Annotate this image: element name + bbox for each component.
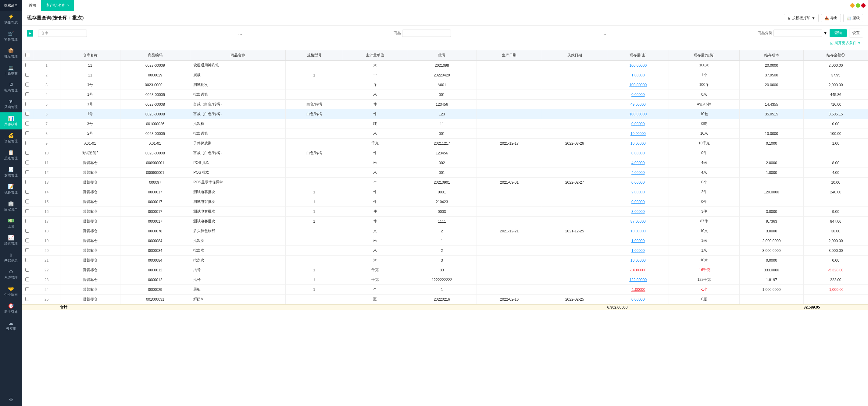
row-checkbox[interactable]	[25, 170, 29, 174]
row-checkbox[interactable]	[25, 82, 29, 87]
row-stock-main[interactable]: 100.00000	[607, 80, 669, 90]
sidebar-item-发票管理[interactable]: 🧾 发票管理	[0, 164, 22, 181]
row-checkbox[interactable]	[25, 238, 29, 242]
sidebar-toggle-button[interactable]: ▶	[27, 30, 33, 37]
window-maximize-button[interactable]	[856, 3, 860, 8]
product-input[interactable]	[402, 30, 451, 37]
sidebar-item-总账管理[interactable]: 📋 总账管理	[0, 146, 22, 164]
row-stock-main[interactable]: 0.00000	[607, 295, 669, 305]
row-checkbox[interactable]	[25, 151, 29, 155]
row-name: 批号	[190, 265, 286, 275]
filter-settings-button[interactable]: 设置	[849, 29, 863, 37]
row-checkbox[interactable]	[25, 92, 29, 96]
tab-home[interactable]: 首页	[24, 0, 41, 11]
row-stock-main[interactable]: 4.00000	[607, 158, 669, 168]
row-stock-main[interactable]: 4.00000	[607, 168, 669, 177]
sidebar-item-快捷导航[interactable]: ⚡ 快捷导航	[0, 11, 22, 28]
sidebar-logo[interactable]: 搜索菜单	[0, 0, 22, 11]
sidebar-item-基础信息[interactable]: ℹ 基础信息	[0, 249, 22, 266]
row-checkbox[interactable]	[25, 200, 29, 203]
row-stock-main[interactable]: 122.00000	[607, 275, 669, 285]
sidebar-item-批发管理[interactable]: 📦 批发管理	[0, 45, 22, 62]
row-code: 0023-00005	[120, 90, 190, 100]
row-stock-main[interactable]: 0.00000	[607, 177, 669, 187]
row-checkbox[interactable]	[25, 287, 29, 291]
row-stock-main[interactable]: -1.00000	[607, 285, 669, 295]
sidebar-item-云应用[interactable]: ☁ 云应用	[0, 317, 22, 334]
sidebar-settings-button[interactable]: ⚙	[0, 393, 22, 406]
sidebar-item-工资[interactable]: 💵 工资	[0, 215, 22, 232]
sidebar-item-电商管理[interactable]: 🖥 电商管理	[0, 79, 22, 96]
tab-close-button[interactable]: ✕	[67, 4, 69, 7]
row-stock-main[interactable]: 1.00000	[607, 70, 669, 80]
tab-inventory-batch[interactable]: 库存批次查 ✕	[41, 0, 74, 11]
row-stock-main[interactable]: 1.00000	[607, 236, 669, 246]
category-input[interactable]	[774, 30, 822, 37]
row-unit: 件	[343, 216, 407, 226]
row-stock-main[interactable]: 10.00000	[607, 139, 669, 148]
row-checkbox-cell	[22, 275, 33, 285]
row-checkbox[interactable]	[25, 268, 29, 272]
row-checkbox[interactable]	[25, 73, 29, 77]
row-stock-main[interactable]: 3.00000	[607, 207, 669, 216]
sidebar-item-采购管理[interactable]: 🛍 采购管理	[0, 96, 22, 112]
row-stock-main[interactable]: 0.00000	[607, 197, 669, 207]
search-button[interactable]: 查询	[830, 29, 847, 37]
row-name: 批次次	[190, 256, 286, 265]
sidebar-item-零售管理[interactable]: 🛒 零售管理	[0, 28, 22, 45]
sidebar-item-系统管理[interactable]: ⚙ 系统管理	[0, 266, 22, 283]
row-checkbox[interactable]	[25, 161, 29, 165]
row-checkbox[interactable]	[25, 180, 29, 184]
row-code: 0000084	[120, 236, 190, 246]
row-checkbox[interactable]	[25, 297, 29, 301]
row-stock-main[interactable]: 100.00000	[607, 109, 669, 119]
print-button[interactable]: 🖨 按模板打印 ▼	[784, 14, 818, 22]
export-button[interactable]: 📤 导出	[821, 14, 841, 22]
row-checkbox[interactable]	[25, 219, 29, 223]
row-stock-main[interactable]: 49.60000	[607, 100, 669, 109]
row-stock-main[interactable]: 100.00000	[607, 61, 669, 70]
sidebar-item-库存核算[interactable]: 📊 库存核算	[0, 112, 22, 130]
row-prod-date	[476, 90, 542, 100]
sidebar-item-label: 新手引导	[4, 310, 18, 313]
row-checkbox[interactable]	[25, 102, 29, 106]
row-checkbox[interactable]	[25, 63, 29, 67]
row-checkbox[interactable]	[25, 141, 29, 145]
sidebar-item-新手引导[interactable]: 🎯 新手引导	[0, 300, 22, 317]
row-checkbox[interactable]	[25, 190, 29, 194]
table-row: 13 普普标仓 000097 POS显示率保异常 个 20210901 2021…	[22, 177, 868, 187]
row-checkbox[interactable]	[25, 277, 29, 281]
row-name: 富减（白色/砖橘）	[190, 148, 286, 158]
row-stock-main[interactable]: -16.00000	[607, 265, 669, 275]
row-checkbox[interactable]	[25, 122, 29, 126]
sidebar-item-小贩电商[interactable]: 💻 小贩电商	[0, 62, 22, 79]
row-checkbox[interactable]	[25, 248, 29, 252]
sidebar-item-资金管理[interactable]: 💰 资金管理	[0, 130, 22, 146]
expand-more-button[interactable]: ☑ 展开更多条件 ▼	[828, 39, 863, 47]
sidebar-item-企业协同[interactable]: 🤝 企业协同	[0, 283, 22, 300]
row-stock-main[interactable]: 87.00000	[607, 216, 669, 226]
row-stock-main[interactable]: 10.00000	[607, 129, 669, 139]
row-stock-main[interactable]: 10.00000	[607, 256, 669, 265]
row-exp-date: 2022-02-27	[542, 177, 607, 187]
row-checkbox[interactable]	[25, 229, 29, 233]
level-button[interactable]: 📊 层级	[843, 14, 863, 22]
window-minimize-button[interactable]	[850, 3, 855, 8]
window-close-button[interactable]	[861, 3, 866, 8]
row-checkbox[interactable]	[25, 112, 29, 116]
row-stock-main[interactable]: 0.00000	[607, 119, 669, 129]
row-stock-main[interactable]: 0.00000	[607, 90, 669, 100]
sidebar-item-经营管理[interactable]: 📈 经营管理	[0, 232, 22, 249]
row-stock-main[interactable]: 2.00000	[607, 187, 669, 197]
row-unit: 千克	[343, 275, 407, 285]
sidebar-item-税务管理[interactable]: 📝 税务管理	[0, 181, 22, 198]
warehouse-input[interactable]	[38, 30, 87, 37]
row-checkbox[interactable]	[25, 209, 29, 213]
sidebar-item-固定资产[interactable]: 🏢 固定资产	[0, 198, 22, 215]
row-stock-main[interactable]: 1.00000	[607, 246, 669, 256]
row-stock-main[interactable]: 0.00000	[607, 148, 669, 158]
row-checkbox[interactable]	[25, 258, 29, 262]
select-all-checkbox[interactable]	[25, 53, 29, 57]
row-checkbox[interactable]	[25, 131, 29, 135]
row-stock-main[interactable]: 10.00000	[607, 226, 669, 236]
